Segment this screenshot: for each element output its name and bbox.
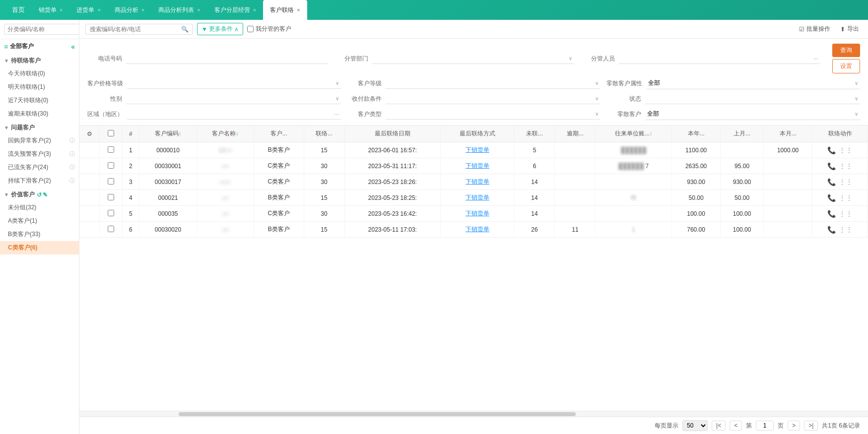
- call-icon[interactable]: 📞: [827, 162, 836, 170]
- cell-last-contact-method[interactable]: 下销货单: [441, 190, 514, 206]
- refresh-icon[interactable]: ↺: [37, 191, 42, 198]
- filter-retail-customer-select[interactable]: 全部 ∨: [645, 108, 860, 120]
- call-icon[interactable]: 📞: [827, 146, 836, 154]
- filter-phone-input[interactable]: [126, 54, 328, 64]
- sidebar-section-value[interactable]: ▼ 价值客户 ↺ ✎: [0, 187, 79, 201]
- call-icon[interactable]: 📞: [827, 178, 836, 186]
- col-uncontact[interactable]: 未联...: [514, 125, 555, 142]
- filter-retail-attr-select[interactable]: 全部 ∨: [646, 77, 860, 89]
- col-code[interactable]: 客户编码↕: [139, 125, 197, 142]
- sidebar-item-7days[interactable]: 近7天待联络(0): [0, 94, 79, 107]
- close-crm-tab[interactable]: ×: [253, 7, 256, 13]
- nav-tab-crm[interactable]: 客户分层经营 ×: [207, 0, 263, 20]
- col-name[interactable]: 客户名称↕: [197, 125, 254, 142]
- contact-method-link[interactable]: 下销货单: [466, 210, 489, 217]
- call-icon[interactable]: 📞: [827, 194, 836, 202]
- sidebar-item-abnormal[interactable]: 回购异常客户(2) ⓘ: [0, 134, 79, 147]
- close-sales-tab[interactable]: ×: [60, 7, 63, 13]
- cell-last-contact-method[interactable]: 下销货单: [441, 158, 514, 174]
- col-last-contact-method[interactable]: 最后联络方式: [441, 125, 514, 142]
- nav-tab-contact[interactable]: 客户联络 ×: [263, 0, 307, 20]
- row-checkbox-4[interactable]: [108, 210, 114, 216]
- page-number-input[interactable]: [756, 421, 774, 431]
- close-analysis-tab[interactable]: ×: [141, 7, 144, 13]
- sidebar-item-churn-warning[interactable]: 流失预警客户(3) ⓘ: [0, 147, 79, 161]
- search-input[interactable]: [90, 26, 179, 33]
- sidebar-search-input[interactable]: [4, 24, 79, 35]
- select-all-checkbox[interactable]: [108, 130, 114, 136]
- row-checkbox-0[interactable]: [108, 146, 114, 153]
- filter-region-select[interactable]: ···: [127, 109, 341, 120]
- col-last-month[interactable]: 上月...: [721, 125, 764, 142]
- nav-tab-analysis-list[interactable]: 商品分析列表 ×: [151, 0, 207, 20]
- filter-payment-select[interactable]: ∨: [386, 93, 601, 104]
- cell-checkbox[interactable]: [100, 142, 122, 158]
- sidebar-section-problem[interactable]: ▼ 问题客户: [0, 121, 79, 134]
- last-page-btn[interactable]: >|: [804, 421, 818, 431]
- nav-home[interactable]: 首页: [5, 5, 32, 14]
- call-icon[interactable]: 📞: [827, 226, 836, 234]
- col-type[interactable]: 客户...: [254, 125, 304, 142]
- cell-checkbox[interactable]: [100, 206, 122, 222]
- sidebar-item-c-class[interactable]: C类客户(6): [0, 241, 79, 254]
- info-icon-abnormal[interactable]: ⓘ: [69, 137, 75, 144]
- my-customers-checkbox[interactable]: [247, 26, 254, 32]
- filter-manager-select[interactable]: ···: [619, 53, 820, 64]
- filter-dept-select[interactable]: ∨: [372, 53, 574, 64]
- row-checkbox-2[interactable]: [108, 178, 114, 185]
- horizontal-scrollbar[interactable]: [79, 411, 868, 417]
- contact-method-link[interactable]: 下销货单: [466, 194, 489, 201]
- sidebar-item-b-class[interactable]: B类客户(33): [0, 228, 79, 241]
- cell-last-contact-method[interactable]: 下销货单: [441, 174, 514, 190]
- sidebar-collapse-all-icon[interactable]: «: [71, 43, 75, 51]
- first-page-btn[interactable]: |<: [712, 421, 726, 431]
- settings-btn[interactable]: 设置: [832, 59, 860, 73]
- edit-icon[interactable]: ✎: [43, 191, 48, 198]
- row-checkbox-5[interactable]: [108, 226, 114, 232]
- col-overdue[interactable]: 逾期...: [555, 125, 596, 142]
- col-year-amount[interactable]: 本年...: [671, 125, 720, 142]
- prev-page-btn[interactable]: <: [730, 421, 742, 431]
- close-purchase-tab[interactable]: ×: [97, 7, 100, 13]
- call-icon[interactable]: 📞: [827, 210, 836, 218]
- close-analysis-list-tab[interactable]: ×: [197, 7, 200, 13]
- filter-gender-select[interactable]: ∨: [126, 93, 341, 104]
- scrollbar-thumb[interactable]: [179, 412, 576, 416]
- sidebar-item-a-class[interactable]: A类客户(1): [0, 214, 79, 228]
- col-this-month[interactable]: 本月...: [763, 125, 812, 142]
- more-action-icon[interactable]: ⋮⋮: [839, 146, 853, 154]
- col-contact-count[interactable]: 联络...: [304, 125, 344, 142]
- more-action-icon[interactable]: ⋮⋮: [839, 162, 853, 170]
- nav-tab-sales[interactable]: 销货单 ×: [32, 0, 69, 20]
- contact-method-link[interactable]: 下销货单: [466, 226, 489, 233]
- more-action-icon[interactable]: ⋮⋮: [839, 226, 853, 234]
- cell-checkbox[interactable]: [100, 222, 122, 238]
- row-checkbox-3[interactable]: [108, 194, 114, 200]
- sidebar-item-overdue[interactable]: 逾期未联络(30): [0, 107, 79, 121]
- export-btn[interactable]: ⬆ 导出: [837, 23, 862, 35]
- filter-status-select[interactable]: ∨: [645, 93, 860, 104]
- cell-checkbox[interactable]: [100, 158, 122, 174]
- sidebar-item-churned[interactable]: 已流失客户(24) ⓘ: [0, 161, 79, 174]
- info-icon-declining[interactable]: ⓘ: [69, 177, 75, 185]
- sidebar-item-tomorrow[interactable]: 明天待联络(1): [0, 80, 79, 94]
- nav-tab-purchase[interactable]: 进货单 ×: [69, 0, 107, 20]
- col-last-contact-date[interactable]: 最后联络日期: [344, 125, 441, 142]
- sidebar-item-today[interactable]: 今天待联络(0): [0, 67, 79, 80]
- sidebar-all-customers[interactable]: ≡ 全部客户 «: [0, 39, 79, 54]
- more-conditions-btn[interactable]: ▼ 更多条件 ∧: [197, 23, 243, 35]
- my-customers-checkbox-label[interactable]: 我分管的客户: [247, 25, 291, 33]
- filter-customer-type-select[interactable]: ∨: [386, 109, 601, 120]
- sidebar-section-pending[interactable]: ▼ 待联络客户: [0, 54, 79, 67]
- cell-checkbox[interactable]: [100, 174, 122, 190]
- cell-last-contact-method[interactable]: 下销货单: [441, 222, 514, 238]
- contact-method-link[interactable]: 下销货单: [466, 162, 489, 169]
- col-trade-balance[interactable]: 往来单位账...↕: [596, 125, 671, 142]
- contact-method-link[interactable]: 下销货单: [466, 146, 489, 153]
- cell-last-contact-method[interactable]: 下销货单: [441, 142, 514, 158]
- batch-ops-btn[interactable]: ☑ 批量操作: [796, 23, 833, 35]
- col-settings[interactable]: ⚙: [79, 125, 100, 142]
- page-size-select[interactable]: 50 20 100: [682, 420, 708, 431]
- sidebar-item-declining[interactable]: 持续下滑客户(2) ⓘ: [0, 174, 79, 187]
- filter-customer-level-select[interactable]: ∨: [386, 78, 601, 89]
